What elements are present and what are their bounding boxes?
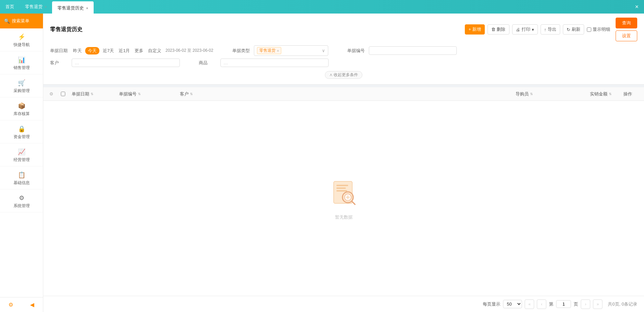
customer-filter-input[interactable]: … [72, 59, 180, 67]
col-date-label: 单据日期 [72, 91, 89, 97]
sidebar-item-system-label: 系统管理 [14, 203, 30, 209]
date-shortcut-yesterday[interactable]: 昨天 [72, 47, 83, 54]
inventory-icon: 📦 [18, 102, 25, 110]
col-header-date[interactable]: 单据日期 ⇅ [69, 91, 116, 97]
sidebar-item-sales-mgmt[interactable]: 📊 销售管理 [0, 51, 43, 74]
customer-filter: 客户 … [50, 59, 180, 67]
col-header-num[interactable]: 单据编号 ⇅ [116, 91, 177, 97]
next-page-button[interactable]: › [581, 299, 590, 309]
select-all-checkbox[interactable] [57, 92, 69, 96]
settings-button[interactable]: 设置 [616, 30, 637, 41]
type-tag-label: 零售退货 [259, 48, 276, 53]
sidebar-item-purchase-mgmt[interactable]: 🛒 采购管理 [0, 74, 43, 97]
sidebar-item-basic-info[interactable]: 📋 基础信息 [0, 166, 43, 190]
sidebar-item-inventory[interactable]: 📦 库存核算 [0, 97, 43, 120]
date-shortcut-1month[interactable]: 近1月 [117, 47, 131, 54]
voucher-filter: 单据编号 [347, 46, 457, 55]
print-label: 打印 [522, 26, 530, 32]
delete-button[interactable]: 🗑 删除 [487, 24, 509, 35]
date-shortcut-7days[interactable]: 近7天 [101, 47, 115, 54]
operations-icon: 📈 [18, 148, 25, 156]
toolbar: + 新增 🗑 删除 🖨 打印 ▾ ↑ 导出 ↻ 刷新 [465, 18, 637, 41]
col-header-amount[interactable]: 实销金额 ⇅ [567, 91, 614, 97]
date-shortcut-today[interactable]: 今天 [85, 47, 99, 54]
table-wrapper: ⚙ 单据日期 ⇅ 单据编号 ⇅ 客户 ⇅ 导购员 ⇅ [43, 87, 644, 312]
sidebar-item-finance-label: 资金管理 [14, 134, 30, 140]
tab-retail-return-close[interactable]: × [45, 5, 47, 9]
last-page-button[interactable]: » [593, 299, 602, 309]
tab-retail-return-history[interactable]: 零售退货历史 × [52, 1, 93, 15]
col-amount-sort-icon: ⇅ [609, 92, 612, 96]
search-icon: 🔍 [4, 18, 10, 24]
sidebar-item-operations[interactable]: 📈 经营管理 [0, 143, 43, 166]
goods-filter: 商品 … [199, 59, 329, 67]
purchase-mgmt-icon: 🛒 [18, 79, 25, 87]
col-num-sort-icon: ⇅ [138, 92, 141, 96]
sidebar-item-basic-info-label: 基础信息 [14, 180, 30, 186]
print-button[interactable]: 🖨 打印 ▾ [512, 24, 538, 35]
col-header-action: 操作 [614, 91, 641, 97]
refresh-button[interactable]: ↻ 刷新 [563, 24, 584, 35]
goods-filter-input[interactable]: … [220, 59, 329, 67]
sidebar-settings-button[interactable]: ⚙ [0, 297, 22, 312]
col-customer-label: 客户 [180, 91, 189, 97]
date-filter-label: 单据日期 [50, 48, 69, 54]
window-close-button[interactable]: × [629, 3, 644, 10]
print-icon: 🖨 [516, 27, 520, 32]
sidebar-item-operations-label: 经营管理 [14, 157, 30, 163]
page-header: 零售退货历史 + 新增 🗑 删除 🖨 打印 ▾ ↑ 导出 ↻ [43, 14, 644, 85]
date-shortcut-more[interactable]: 更多 [133, 47, 145, 54]
col-customer-sort-icon: ⇅ [190, 92, 193, 96]
column-settings-icon[interactable]: ⚙ [46, 91, 57, 96]
collapse-row: ∧ 收起更多条件 [50, 70, 637, 82]
col-header-customer[interactable]: 客户 ⇅ [177, 91, 513, 97]
tab-retail-return-history-close[interactable]: × [86, 6, 88, 10]
export-icon: ↑ [544, 27, 547, 32]
goods-filter-label: 商品 [199, 60, 218, 66]
finance-icon: 🔒 [18, 125, 25, 133]
tab-retail-return-history-label: 零售退货历史 [57, 5, 84, 11]
query-button[interactable]: 查询 [616, 18, 637, 28]
prev-page-button[interactable]: ‹ [537, 299, 546, 309]
table-header: ⚙ 单据日期 ⇅ 单据编号 ⇅ 客户 ⇅ 导购员 ⇅ [43, 87, 644, 101]
first-page-button[interactable]: « [525, 299, 534, 309]
page-word: 第 [549, 301, 553, 307]
sidebar-bottom: ⚙ ◀ [0, 297, 43, 312]
sidebar-item-sales-mgmt-label: 销售管理 [14, 65, 30, 71]
sidebar-collapse-button[interactable]: ◀ [22, 297, 43, 312]
show-detail-checkbox-label[interactable]: 显示明细 [587, 26, 610, 32]
tab-retail-return[interactable]: 零售退货 × [20, 0, 52, 14]
sidebar-search-label: 搜索菜单 [12, 18, 29, 24]
quick-nav-icon: ⚡ [18, 33, 25, 41]
page-number-input[interactable] [556, 300, 571, 308]
date-shortcuts: 昨天 今天 近7天 近1月 更多 自定义 [72, 47, 163, 54]
type-filter-select[interactable]: 零售退货 × ∨ [254, 45, 328, 56]
refresh-icon: ↻ [567, 27, 570, 32]
sidebar-search[interactable]: 🔍 搜索菜单 [0, 14, 43, 28]
tab-home[interactable]: 首页 [0, 0, 20, 14]
date-range-display: 2023-06-02 至 2023-06-02 [165, 48, 213, 53]
page-size-select[interactable]: 50 100 200 [503, 300, 522, 308]
select-all-input[interactable] [61, 92, 65, 96]
new-button[interactable]: + 新增 [465, 24, 485, 35]
date-shortcut-custom[interactable]: 自定义 [147, 47, 163, 54]
voucher-filter-label: 单据编号 [347, 48, 366, 54]
sidebar-item-quick-nav-label: 快捷导航 [14, 42, 30, 48]
type-select-chevron-icon: ∨ [322, 48, 325, 53]
export-button[interactable]: ↑ 导出 [541, 24, 560, 35]
system-icon: ⚙ [19, 194, 24, 202]
col-header-guide[interactable]: 导购员 ⇅ [513, 91, 567, 97]
show-detail-checkbox[interactable] [587, 27, 591, 32]
voucher-number-input[interactable] [369, 46, 457, 55]
sidebar-item-quick-nav[interactable]: ⚡ 快捷导航 [0, 28, 43, 51]
sidebar-item-finance[interactable]: 🔒 资金管理 [0, 120, 43, 143]
collapse-filter-button[interactable]: ∧ 收起更多条件 [325, 71, 362, 79]
main-layout: 🔍 搜索菜单 ⚡ 快捷导航 📊 销售管理 🛒 采购管理 📦 库存核算 🔒 [0, 14, 644, 312]
pagination-bar: 每页显示 50 100 200 « ‹ 第 页 › » 共0页, 0条记录 [43, 296, 644, 312]
sidebar: 🔍 搜索菜单 ⚡ 快捷导航 📊 销售管理 🛒 采购管理 📦 库存核算 🔒 [0, 14, 43, 312]
type-tag-close[interactable]: × [277, 49, 279, 53]
col-amount-label: 实销金额 [590, 91, 607, 97]
empty-state: 暂无数据 [43, 101, 644, 296]
sidebar-item-system[interactable]: ⚙ 系统管理 [0, 190, 43, 213]
customer-filter-label: 客户 [50, 60, 69, 66]
